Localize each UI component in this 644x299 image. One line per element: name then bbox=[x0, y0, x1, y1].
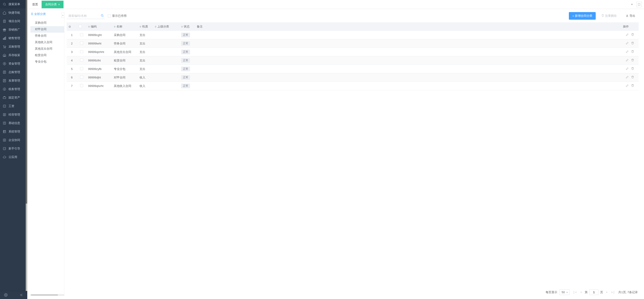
collapse-icon[interactable] bbox=[20, 293, 23, 297]
collab-icon bbox=[3, 138, 6, 142]
sidebar-item-cloud[interactable]: 云应用 bbox=[0, 153, 27, 161]
pager-last[interactable]: >❘ bbox=[610, 290, 616, 294]
svg-point-23 bbox=[101, 14, 103, 16]
sidebar-item-label: 基础信息 bbox=[8, 121, 20, 125]
tab-contract-category[interactable]: 合同分类 × bbox=[42, 1, 64, 8]
sidebar-item-doc[interactable]: 项目合同 bbox=[0, 17, 27, 25]
asset-icon bbox=[3, 96, 6, 99]
cell-status: 正常 bbox=[179, 65, 195, 73]
button-label: 新增合同分类 bbox=[575, 14, 592, 18]
search-icon[interactable] bbox=[100, 14, 104, 18]
close-all-icon[interactable]: × bbox=[629, 2, 634, 7]
page-input[interactable] bbox=[590, 290, 598, 295]
tree-item[interactable]: 其他收入合同 bbox=[30, 39, 64, 46]
settings-icon[interactable] bbox=[4, 293, 8, 297]
sidebar-item-manage[interactable]: 经营管理 bbox=[0, 110, 27, 119]
row-index: 4 bbox=[67, 56, 77, 65]
edit-icon[interactable] bbox=[626, 41, 629, 45]
tree-item[interactable]: 租赁合同 bbox=[30, 52, 64, 58]
edit-icon[interactable] bbox=[626, 84, 629, 88]
sidebar-scrollbar[interactable] bbox=[26, 0, 27, 291]
delete-icon[interactable] bbox=[631, 41, 634, 45]
pager-prev[interactable]: < bbox=[580, 290, 583, 294]
sidebar-item-tax[interactable]: 税务管理 bbox=[0, 85, 27, 93]
sidebar-item-search[interactable]: 搜索菜单 bbox=[0, 0, 27, 8]
sidebar-item-salary[interactable]: 工资 bbox=[0, 102, 27, 110]
edit-icon[interactable] bbox=[626, 50, 629, 54]
tree-item[interactable]: 对甲合同 bbox=[30, 26, 64, 33]
select-all-checkbox[interactable] bbox=[79, 25, 82, 28]
row-checkbox[interactable] bbox=[80, 84, 83, 87]
sidebar-item-info[interactable]: 基础信息 bbox=[0, 119, 27, 127]
row-checkbox[interactable] bbox=[80, 75, 83, 79]
row-checkbox[interactable] bbox=[80, 41, 83, 45]
sidebar-item-money[interactable]: 资金管理 bbox=[0, 59, 27, 68]
sidebar-item-guide[interactable]: 新手引导 bbox=[0, 144, 27, 153]
th-name[interactable]: 名称 bbox=[112, 22, 138, 31]
tree-header-all[interactable]: ☰ 全部分类 bbox=[30, 12, 64, 18]
cell-type: 支出 bbox=[138, 48, 153, 56]
sidebar-item-invoice[interactable]: 发票管理 bbox=[0, 76, 27, 85]
th-code[interactable]: 编码 bbox=[86, 22, 112, 31]
row-checkbox[interactable] bbox=[80, 67, 83, 70]
tree-item[interactable]: 专业分包 bbox=[30, 58, 64, 65]
fullscreen-icon[interactable] bbox=[636, 2, 642, 7]
toolbar: 显示已停用 + 新增合同分类 批量删除 bbox=[67, 12, 639, 22]
delete-icon[interactable] bbox=[631, 50, 634, 54]
pager-next[interactable]: > bbox=[605, 290, 608, 294]
per-page-select[interactable]: 50 bbox=[560, 290, 569, 295]
svg-rect-9 bbox=[4, 55, 5, 56]
svg-rect-21 bbox=[3, 147, 6, 150]
checkbox-label: 显示已停用 bbox=[112, 14, 126, 18]
th-parent[interactable]: 上级分类 bbox=[153, 22, 179, 31]
delete-icon[interactable] bbox=[631, 33, 634, 37]
edit-icon[interactable] bbox=[626, 58, 629, 62]
sidebar-item-asset[interactable]: 固定资产 bbox=[0, 93, 27, 102]
delete-icon[interactable] bbox=[631, 58, 634, 62]
row-checkbox[interactable] bbox=[80, 50, 83, 53]
tree-item[interactable]: 采购合同 bbox=[30, 20, 64, 26]
tree-item[interactable]: 劳务合同 bbox=[30, 33, 64, 39]
edit-icon[interactable] bbox=[626, 33, 629, 37]
delete-icon[interactable] bbox=[631, 84, 634, 88]
edit-icon[interactable] bbox=[626, 67, 629, 71]
th-status[interactable]: 状态 bbox=[179, 22, 195, 31]
tree-collapse-button[interactable]: « bbox=[61, 12, 64, 18]
cart-icon bbox=[3, 45, 6, 48]
sidebar-item-label: 总账管理 bbox=[8, 70, 20, 74]
sidebar-item-gift[interactable]: 营销推广 bbox=[0, 25, 27, 34]
sidebar-item-system[interactable]: 系统管理 bbox=[0, 127, 27, 136]
sidebar-item-collab[interactable]: 企业协同 bbox=[0, 136, 27, 144]
delete-icon[interactable] bbox=[631, 67, 634, 71]
sidebar-item-cart[interactable]: 采购管理 bbox=[0, 42, 27, 51]
sidebar-item-warehouse[interactable]: 库存核算 bbox=[0, 51, 27, 59]
sidebar-item-ledger[interactable]: 总账管理 bbox=[0, 68, 27, 76]
row-checkbox[interactable] bbox=[80, 33, 83, 36]
close-icon[interactable]: × bbox=[58, 1, 60, 8]
row-checkbox[interactable] bbox=[80, 58, 83, 62]
edit-icon[interactable] bbox=[626, 75, 629, 79]
sidebar-item-label: 税务管理 bbox=[8, 87, 20, 91]
row-index: 5 bbox=[67, 65, 77, 73]
search-input[interactable] bbox=[67, 13, 105, 19]
delete-icon[interactable] bbox=[631, 75, 634, 79]
add-category-button[interactable]: + 新增合同分类 bbox=[569, 12, 596, 20]
tree-item[interactable]: 其他支出合同 bbox=[30, 46, 64, 52]
pager-first[interactable]: ❘< bbox=[572, 290, 578, 294]
gear-icon[interactable]: ⚙ bbox=[68, 25, 71, 28]
sidebar-item-chart[interactable]: 销售管理 bbox=[0, 34, 27, 42]
manage-icon bbox=[3, 113, 6, 116]
row-index: 6 bbox=[67, 73, 77, 82]
export-button[interactable]: 导出 bbox=[622, 12, 639, 20]
cell-parent bbox=[153, 73, 179, 82]
sidebar-item-home[interactable]: 快捷导航 bbox=[0, 8, 27, 17]
batch-delete-button[interactable]: 批量删除 bbox=[598, 12, 620, 20]
cell-remark bbox=[195, 31, 621, 39]
cell-remark bbox=[195, 73, 621, 82]
th-type[interactable]: 性质 bbox=[138, 22, 153, 31]
show-disabled-checkbox[interactable]: 显示已停用 bbox=[108, 14, 126, 18]
table-row: 399999qtzhht其他支出合同支出正常 bbox=[67, 48, 639, 56]
tree-hscrollbar[interactable] bbox=[30, 294, 64, 296]
tab-home[interactable]: 首页 bbox=[28, 1, 42, 8]
row-index: 3 bbox=[67, 48, 77, 56]
